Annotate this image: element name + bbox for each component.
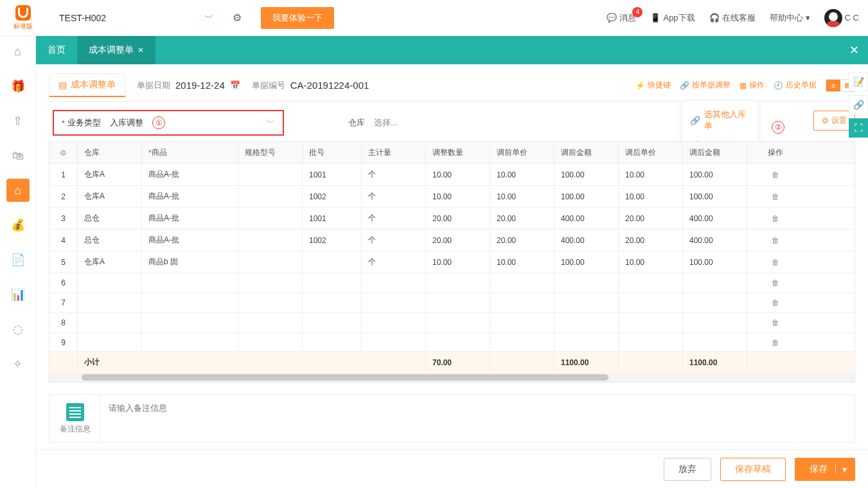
cell-product[interactable]: [142, 313, 238, 332]
cell-price-after[interactable]: [619, 333, 683, 351]
cell-amount-after[interactable]: 400.00: [683, 230, 747, 251]
cell-amount-before[interactable]: [554, 273, 619, 293]
close-icon[interactable]: ✕: [137, 46, 144, 55]
cell-price-before[interactable]: [490, 273, 554, 293]
cell-spec[interactable]: [238, 164, 303, 185]
cell-product[interactable]: 商品A-批: [142, 230, 238, 251]
cell-unit[interactable]: 个: [362, 186, 426, 207]
cell-unit[interactable]: 个: [362, 208, 426, 229]
cell-product[interactable]: [142, 273, 238, 293]
cell-product[interactable]: [142, 293, 238, 312]
biz-type-select[interactable]: * 业务类型 入库调整 ① ﹀: [53, 110, 284, 136]
cell-warehouse[interactable]: [78, 273, 142, 293]
cell-amount-after[interactable]: 400.00: [683, 208, 747, 229]
row-delete-button[interactable]: 🗑: [747, 333, 804, 351]
cell-unit[interactable]: 个: [362, 164, 426, 185]
rail-note-icon[interactable]: 📝: [849, 72, 868, 91]
col-qty[interactable]: 调整数量: [426, 142, 490, 163]
cell-price-before[interactable]: [490, 293, 554, 312]
calendar-icon[interactable]: 📅: [230, 80, 240, 90]
nav-up-icon[interactable]: ⇧: [6, 109, 30, 132]
cell-price-after[interactable]: [619, 293, 683, 312]
cell-amount-after[interactable]: 100.00: [683, 186, 747, 207]
col-amount-before[interactable]: 调前金额: [554, 142, 619, 163]
row-delete-button[interactable]: 🗑: [747, 186, 804, 207]
cell-price-before[interactable]: [490, 333, 554, 351]
cell-warehouse[interactable]: 总仓: [78, 208, 142, 229]
cell-amount-after[interactable]: [683, 273, 747, 293]
cell-spec[interactable]: [238, 186, 303, 207]
cell-batch[interactable]: [303, 333, 362, 351]
doc-type-tab[interactable]: ▤ 成本调整单: [49, 73, 125, 97]
cell-unit[interactable]: [362, 273, 426, 293]
cell-price-before[interactable]: 10.00: [490, 186, 554, 207]
cell-qty[interactable]: [426, 293, 490, 312]
trial-button[interactable]: 我要体验一下: [261, 7, 334, 29]
close-all-icon[interactable]: ✕: [840, 36, 868, 64]
cell-amount-before[interactable]: 100.00: [554, 251, 619, 273]
cell-spec[interactable]: [238, 251, 303, 273]
col-batch[interactable]: 批号: [303, 142, 362, 163]
nav-bag-icon[interactable]: 🛍: [6, 144, 30, 167]
cell-price-before[interactable]: 20.00: [490, 230, 554, 251]
cell-warehouse[interactable]: [78, 333, 142, 351]
col-unit[interactable]: 主计量: [362, 142, 426, 163]
cell-qty[interactable]: [426, 333, 490, 351]
history-link[interactable]: 🕘历史单据: [774, 80, 817, 91]
cell-qty[interactable]: 10.00: [426, 164, 490, 185]
row-delete-button[interactable]: 🗑: [747, 251, 804, 273]
chevron-down-icon[interactable]: ▾: [835, 464, 847, 474]
row-delete-button[interactable]: 🗑: [747, 208, 804, 229]
cell-spec[interactable]: [238, 230, 303, 251]
cell-price-before[interactable]: 10.00: [490, 251, 554, 273]
cell-price-after[interactable]: [619, 273, 683, 293]
col-warehouse[interactable]: 仓库: [78, 142, 142, 163]
list-view-icon[interactable]: ≡: [826, 80, 840, 91]
cell-amount-before[interactable]: 100.00: [554, 186, 619, 207]
cell-warehouse[interactable]: 仓库A: [78, 251, 142, 273]
nav-money-icon[interactable]: 💰: [6, 213, 30, 237]
notes-input[interactable]: [101, 395, 855, 442]
cell-amount-before[interactable]: [554, 293, 619, 312]
cell-batch[interactable]: [303, 313, 362, 332]
cell-warehouse[interactable]: [78, 313, 142, 332]
cell-qty[interactable]: [426, 273, 490, 293]
cell-price-before[interactable]: [490, 313, 554, 332]
cell-product[interactable]: 商品A-批: [142, 208, 238, 229]
cell-unit[interactable]: [362, 313, 426, 332]
user-menu[interactable]: C C: [824, 9, 859, 27]
tab-cost-adjust[interactable]: 成本调整单 ✕: [77, 36, 155, 64]
cell-price-before[interactable]: 10.00: [490, 164, 554, 185]
cell-product[interactable]: 商品A-批: [142, 164, 238, 185]
cell-price-after[interactable]: 20.00: [619, 208, 683, 229]
cell-amount-before[interactable]: 400.00: [554, 230, 619, 251]
col-spec[interactable]: 规格型号: [238, 142, 303, 163]
table-row[interactable]: 2仓库A商品A-批1002个10.0010.00100.0010.00100.0…: [49, 186, 855, 208]
cell-amount-before[interactable]: [554, 333, 619, 351]
nav-gift-icon[interactable]: 🎁: [6, 75, 30, 98]
app-download-link[interactable]: 📱 App下载: [650, 12, 695, 24]
cell-amount-before[interactable]: [554, 313, 619, 332]
col-price-before[interactable]: 调前单价: [490, 142, 554, 163]
cell-warehouse[interactable]: [78, 293, 142, 312]
cell-amount-after[interactable]: [683, 293, 747, 312]
cell-price-after[interactable]: [619, 313, 683, 332]
col-amount-after[interactable]: 调后金额: [683, 142, 747, 163]
cell-batch[interactable]: 1001: [303, 208, 362, 229]
cell-amount-after[interactable]: [683, 313, 747, 332]
nav-home-icon[interactable]: ⌂: [6, 40, 30, 63]
table-row[interactable]: 8🗑: [49, 313, 855, 333]
cell-qty[interactable]: 20.00: [426, 208, 490, 229]
cell-product[interactable]: 商品A-批: [142, 186, 238, 207]
rail-expand-icon[interactable]: ⛶: [849, 118, 868, 138]
cell-warehouse[interactable]: 仓库A: [78, 164, 142, 185]
cell-spec[interactable]: [238, 293, 303, 312]
save-button[interactable]: 保存 ▾: [795, 458, 855, 481]
table-row[interactable]: 3总仓商品A-批1001个20.0020.00400.0020.00400.00…: [49, 208, 855, 230]
shortcut-link[interactable]: ⚡快捷键: [635, 80, 671, 91]
nav-doc-icon[interactable]: 📄: [6, 248, 30, 271]
messages-link[interactable]: 💬 消息 4: [607, 12, 636, 24]
cell-unit[interactable]: 个: [362, 230, 426, 251]
warehouse-select[interactable]: 仓库 选择...: [348, 117, 398, 129]
cell-batch[interactable]: [303, 293, 362, 312]
